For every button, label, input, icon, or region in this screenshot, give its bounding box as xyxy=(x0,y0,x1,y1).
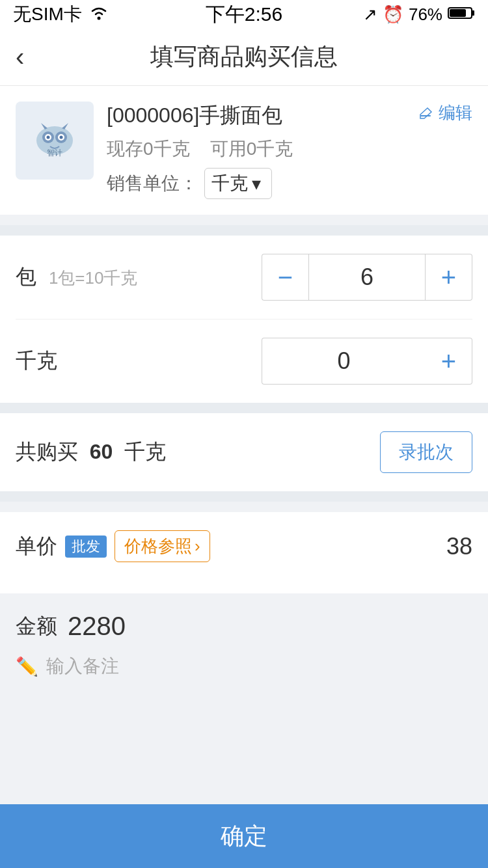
product-image: 智计 xyxy=(16,102,94,180)
price-reference-button[interactable]: 价格参照 › xyxy=(115,530,210,562)
quantity-row-kg: 千克 + xyxy=(16,319,472,403)
price-label: 单价 批发 价格参照 › xyxy=(16,530,210,562)
divider-1 xyxy=(0,225,488,236)
product-name: [0000006]手撕面包 xyxy=(107,102,282,130)
unit-select[interactable]: 千克 ▾ xyxy=(204,168,272,199)
svg-point-9 xyxy=(47,135,50,139)
quantity-label-bag: 包 1包=10千克 xyxy=(16,263,137,292)
price-value: 38 xyxy=(446,533,472,560)
confirm-button[interactable]: 确定 xyxy=(221,821,267,852)
svg-text:智计: 智计 xyxy=(47,148,62,157)
price-section: 单价 批发 价格参照 › 38 xyxy=(0,512,488,593)
pencil-icon: ✏️ xyxy=(16,656,38,677)
amount-row: 金额 2280 xyxy=(16,612,472,641)
purchase-summary: 共购买 60 千克 录批次 xyxy=(0,413,488,491)
svg-point-10 xyxy=(60,135,63,139)
product-name-row: [0000006]手撕面包 编辑 xyxy=(107,102,472,130)
status-time: 下午2:56 xyxy=(206,1,282,28)
back-button[interactable]: ‹ xyxy=(16,42,24,72)
quantity-bag-input[interactable] xyxy=(308,254,426,301)
carrier-label: 无SIM卡 xyxy=(13,2,82,27)
svg-rect-12 xyxy=(420,115,431,116)
location-icon: ↗ xyxy=(363,5,377,25)
product-section: 智计 [0000006]手撕面包 编辑 现存0千克 xyxy=(0,86,488,215)
remark-row[interactable]: ✏️ 输入备注 xyxy=(16,654,472,692)
amount-section: 金额 2280 ✏️ 输入备注 xyxy=(0,593,488,692)
confirm-bar[interactable]: 确定 xyxy=(0,804,488,868)
svg-rect-2 xyxy=(472,10,474,16)
product-unit-row: 销售单位： 千克 ▾ xyxy=(107,168,472,199)
nav-title: 填写商品购买信息 xyxy=(150,41,338,73)
edit-button[interactable]: 编辑 xyxy=(419,102,472,124)
increase-kg-button[interactable]: + xyxy=(426,338,472,385)
dropdown-icon: ▾ xyxy=(252,173,261,195)
product-logo: 智计 xyxy=(32,118,77,164)
nav-bar: ‹ 填写商品购买信息 xyxy=(0,29,488,86)
svg-point-0 xyxy=(97,17,100,20)
quantity-kg-input[interactable] xyxy=(262,338,426,385)
remark-placeholder: 输入备注 xyxy=(46,654,119,679)
quantity-row-bag: 包 1包=10千克 − + xyxy=(16,236,472,319)
decrease-bag-button[interactable]: − xyxy=(262,254,308,301)
price-tag-pifa: 批发 xyxy=(65,536,107,558)
divider-3 xyxy=(0,491,488,502)
price-row: 单价 批发 价格参照 › 38 xyxy=(16,530,472,562)
quantity-label-kg: 千克 xyxy=(16,347,57,375)
quantity-controls-bag: − + xyxy=(262,254,472,301)
purchase-total-text: 共购买 60 千克 xyxy=(16,438,166,467)
quantity-controls-kg: + xyxy=(262,338,472,385)
increase-bag-button[interactable]: + xyxy=(426,254,472,301)
divider-2 xyxy=(0,403,488,413)
quantity-section: 包 1包=10千克 − + 千克 + xyxy=(0,236,488,403)
battery-icon xyxy=(448,5,475,25)
product-stock: 现存0千克 可用0千克 xyxy=(107,137,472,161)
svg-rect-3 xyxy=(450,9,466,17)
product-info: [0000006]手撕面包 编辑 现存0千克 可用0千克 销售单位： xyxy=(107,102,472,199)
wifi-signal xyxy=(88,4,109,25)
batch-button[interactable]: 录批次 xyxy=(380,431,472,473)
status-right: ↗ ⏰ 76% xyxy=(363,5,475,25)
status-left: 无SIM卡 xyxy=(13,2,109,27)
battery-label: 76% xyxy=(409,5,442,25)
alarm-icon: ⏰ xyxy=(383,5,403,25)
status-bar: 无SIM卡 下午2:56 ↗ ⏰ 76% xyxy=(0,0,488,29)
